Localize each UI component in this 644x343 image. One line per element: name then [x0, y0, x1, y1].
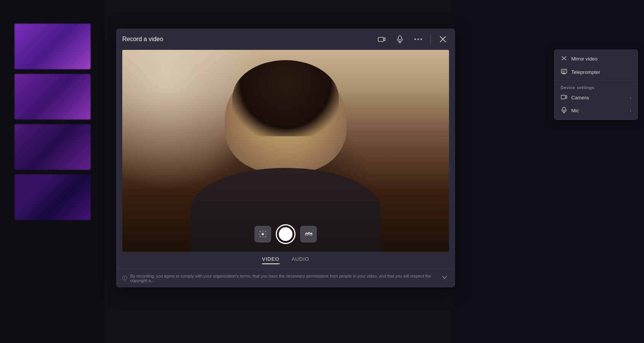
svg-point-6 — [420, 38, 422, 40]
mic-icon — [396, 35, 403, 43]
header-divider — [430, 35, 431, 44]
dialog-title: Record a video — [122, 36, 163, 43]
menu-divider — [555, 80, 638, 81]
more-icon — [414, 38, 422, 40]
svg-rect-1 — [398, 36, 401, 40]
blur-background-button[interactable] — [254, 226, 271, 242]
svg-point-14 — [262, 231, 263, 231]
svg-point-11 — [265, 231, 266, 232]
sidebar-thumbnail-2[interactable] — [14, 74, 91, 120]
svg-point-5 — [417, 38, 419, 40]
camera-icon — [378, 35, 385, 43]
menu-label-mic: Mic — [571, 108, 579, 113]
menu-item-mic[interactable]: Mic › — [555, 104, 638, 117]
svg-point-17 — [265, 234, 266, 235]
record-video-dialog: Record a video — [116, 29, 455, 287]
video-preview — [122, 50, 449, 252]
sidebar-thumbnail-4[interactable] — [14, 174, 91, 220]
svg-rect-23 — [561, 95, 566, 99]
menu-item-mirror-video[interactable]: Mirror video — [555, 52, 638, 65]
record-button[interactable] — [276, 224, 296, 244]
mic-arrow-icon: › — [630, 108, 631, 113]
close-button[interactable] — [437, 33, 449, 45]
blur-bg-icon — [259, 230, 267, 238]
svg-point-4 — [414, 38, 416, 40]
mic-button[interactable] — [394, 33, 406, 45]
menu-label-teleprompter: Teleprompter — [571, 69, 600, 75]
dialog-header: Record a video — [116, 29, 455, 50]
record-button-inner — [279, 227, 292, 241]
dropdown-menu: Mirror video Teleprompter Device setting… — [554, 49, 638, 120]
info-text-container: ⓘ By recording, you agree to comply with… — [122, 274, 440, 283]
chevron-down-icon — [441, 274, 447, 281]
sidebar — [0, 0, 105, 343]
info-icon: ⓘ — [122, 275, 127, 282]
effects-icon — [304, 230, 313, 238]
person-hair — [232, 60, 339, 136]
svg-point-10 — [260, 231, 261, 232]
camera-menu-icon — [561, 94, 567, 101]
device-settings-label: Device settings — [555, 82, 638, 91]
video-controls — [254, 224, 317, 244]
close-icon — [440, 36, 446, 42]
svg-rect-0 — [378, 37, 384, 41]
svg-point-13 — [265, 236, 266, 238]
menu-item-teleprompter[interactable]: Teleprompter — [555, 65, 638, 79]
svg-point-16 — [259, 234, 260, 235]
sidebar-thumbnail-3[interactable] — [14, 124, 91, 170]
effects-button[interactable] — [300, 226, 317, 242]
camera-arrow-icon: › — [630, 95, 631, 101]
mirror-video-icon — [561, 55, 567, 62]
svg-point-12 — [260, 236, 261, 238]
sidebar-thumbnail-1[interactable] — [14, 24, 91, 69]
more-options-button[interactable] — [412, 33, 424, 45]
info-bar: ⓘ By recording, you agree to comply with… — [116, 269, 455, 287]
tab-video[interactable]: VIDEO — [262, 256, 280, 264]
svg-point-15 — [262, 237, 263, 238]
svg-rect-24 — [563, 107, 566, 111]
camera-button[interactable] — [376, 33, 388, 45]
expand-info-button[interactable] — [440, 273, 449, 284]
mic-menu-icon — [561, 107, 567, 114]
menu-label-mirror-video: Mirror video — [571, 56, 598, 62]
video-frame — [122, 50, 449, 252]
menu-label-camera: Camera — [571, 95, 589, 101]
info-text: By recording, you agree to comply with y… — [130, 274, 440, 283]
menu-item-camera[interactable]: Camera › — [555, 91, 638, 104]
tab-audio[interactable]: AUDIO — [292, 256, 309, 264]
teleprompter-icon — [561, 69, 567, 76]
mode-tabs: VIDEO AUDIO — [116, 252, 455, 269]
header-controls — [376, 33, 449, 45]
svg-rect-18 — [561, 69, 567, 73]
svg-point-9 — [262, 233, 264, 235]
